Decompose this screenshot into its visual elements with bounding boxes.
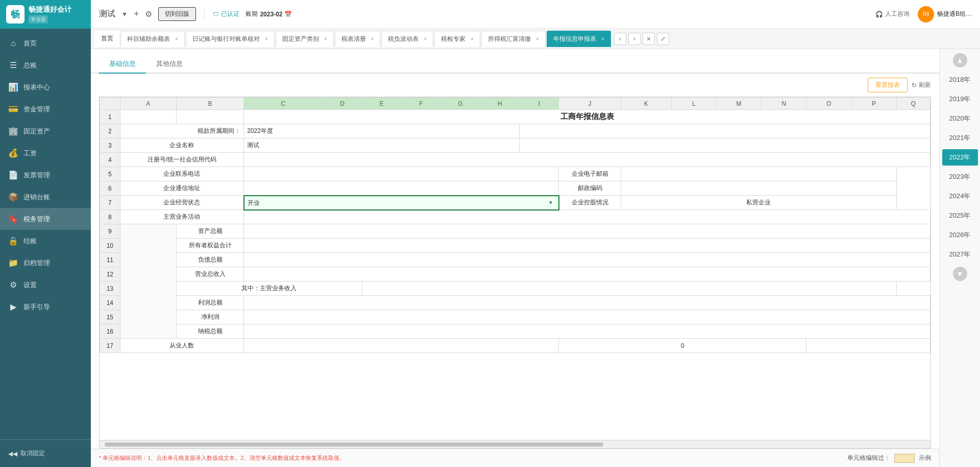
switch-version-button[interactable]: 切到旧版	[158, 7, 196, 21]
user-menu[interactable]: Rit 畅捷通B组…	[918, 6, 972, 22]
col-header-e[interactable]: E	[362, 98, 401, 110]
cell-postal-label[interactable]: 邮政编码	[559, 181, 621, 196]
sidebar-item-report[interactable]: 📊 报表中心	[0, 76, 91, 98]
tab-tax-return[interactable]: 税表清册 ×	[335, 31, 381, 47]
year-item-2022[interactable]: 2022年	[942, 149, 978, 166]
cell-company-value[interactable]: 测试	[244, 138, 520, 153]
cell-main-biz-label[interactable]: 主营业务活动	[120, 210, 243, 224]
tab-close-fixed-asset-type[interactable]: ×	[324, 36, 327, 42]
tab-tax-expert[interactable]: 税检专家 ×	[434, 31, 480, 47]
col-header-k[interactable]: K	[621, 98, 671, 110]
sidebar-item-purchase-sale[interactable]: 📦 进销台账	[0, 186, 91, 208]
tab-close-all-button[interactable]: ×	[643, 33, 655, 45]
year-item-2018[interactable]: 2018年	[942, 72, 978, 88]
col-header-l[interactable]: L	[671, 98, 716, 110]
sidebar-item-closing[interactable]: 🔒 结账	[0, 230, 91, 252]
sidebar-item-tax[interactable]: 🔖 税务管理	[0, 208, 91, 230]
cell-net-profit-label[interactable]: 净利润	[176, 310, 243, 324]
cell-profit-label[interactable]: 利润总额	[176, 296, 243, 310]
help-button[interactable]: 🎧 人工咨询	[875, 10, 910, 18]
tab-next-button[interactable]: ›	[628, 33, 641, 45]
cell-email-label[interactable]: 企业电子邮箱	[559, 167, 621, 181]
year-item-2027[interactable]: 2027年	[942, 246, 978, 263]
cell-period-label[interactable]: 税款所属期间：	[120, 124, 243, 138]
sidebar-item-fixed-assets[interactable]: 🏢 固定资产	[0, 120, 91, 142]
sidebar-item-ledger[interactable]: ☰ 总账	[0, 54, 91, 76]
col-header-d[interactable]: D	[323, 98, 362, 110]
cell-ownership-value[interactable]: 私营企业	[621, 196, 896, 210]
tab-tax-fluctuation[interactable]: 税负波动表 ×	[381, 31, 433, 47]
cell-status-label[interactable]: 企业经营状态	[120, 196, 243, 210]
cell-address-value[interactable]	[244, 181, 559, 196]
tab-expand-button[interactable]: ⤢	[657, 33, 669, 45]
cell-employees-value[interactable]	[244, 339, 559, 353]
cancel-fixed-button[interactable]: ◀◀ 取消固定	[0, 444, 91, 463]
tab-annual-report[interactable]: 年报信息申报表 ×	[547, 31, 611, 47]
col-header-n[interactable]: N	[762, 98, 806, 110]
cell-main-revenue-value[interactable]	[362, 282, 896, 296]
cell-period-value[interactable]: 2022年度	[244, 124, 520, 138]
cell-b1[interactable]	[176, 110, 243, 124]
col-header-f[interactable]: F	[401, 98, 440, 110]
cell-revenue-label[interactable]: 营业总收入	[176, 267, 243, 282]
cell-reg-value[interactable]	[244, 153, 930, 167]
col-header-p[interactable]: P	[851, 98, 896, 110]
year-item-2025[interactable]: 2025年	[942, 207, 978, 224]
tab-close-tax-return[interactable]: ×	[371, 36, 374, 42]
tab-close-journal[interactable]: ×	[265, 36, 268, 42]
cell-reg-label[interactable]: 注册号/统一社会信用代码	[120, 153, 243, 167]
col-header-a[interactable]: A	[120, 98, 176, 110]
reset-report-button[interactable]: 重置报表	[868, 78, 908, 92]
refresh-button[interactable]: ↻ 刷新	[912, 78, 931, 92]
cell-address-label[interactable]: 企业通信地址	[120, 181, 243, 196]
tab-close-annual-report[interactable]: ×	[601, 36, 604, 42]
tab-journal[interactable]: 日记账与银行对账单核对 ×	[186, 31, 275, 47]
add-button[interactable]: +	[134, 9, 139, 19]
col-header-g[interactable]: G	[440, 98, 480, 110]
cell-assets-group[interactable]	[120, 224, 176, 339]
cell-phone-value[interactable]	[244, 167, 559, 181]
tab-close-income-tax[interactable]: ×	[536, 36, 539, 42]
cell-employees-label[interactable]: 从业人数	[120, 339, 243, 353]
year-item-2021[interactable]: 2021年	[942, 130, 978, 146]
cell-a1[interactable]	[120, 110, 176, 124]
cell-employees-number[interactable]: 0	[559, 339, 806, 353]
year-item-2024[interactable]: 2024年	[942, 188, 978, 204]
cell-net-profit-value[interactable]	[244, 310, 930, 324]
sidebar-item-capital[interactable]: 💳 资金管理	[0, 98, 91, 120]
spreadsheet[interactable]: A B C D E F G H I J	[99, 97, 931, 440]
cell-tax-value[interactable]	[244, 324, 930, 339]
cell-main-biz-value[interactable]	[244, 210, 930, 224]
sub-tab-basic[interactable]: 基础信息	[99, 55, 146, 74]
sidebar-item-newbie[interactable]: ▶ 新手引导	[0, 296, 91, 318]
cell-employees-empty[interactable]	[806, 339, 930, 353]
cell-total-assets-label[interactable]: 资产总额	[176, 224, 243, 239]
year-item-2026[interactable]: 2026年	[942, 227, 978, 243]
tab-close-tax-fluctuation[interactable]: ×	[424, 36, 427, 42]
col-header-q[interactable]: Q	[896, 98, 930, 110]
sidebar-item-invoice[interactable]: 📄 发票管理	[0, 164, 91, 186]
col-header-c[interactable]: C	[244, 98, 323, 110]
cell-phone-label[interactable]: 企业联系电话	[120, 167, 243, 181]
dropdown-icon[interactable]: ▼	[121, 11, 128, 18]
col-header-i[interactable]: I	[520, 98, 559, 110]
cell-equity-value[interactable]	[244, 239, 930, 253]
tab-subsidiary[interactable]: 科目辅助余额表 ×	[120, 31, 185, 47]
cell-tax-label[interactable]: 纳税总额	[176, 324, 243, 339]
col-header-m[interactable]: M	[717, 98, 762, 110]
tab-close-tax-expert[interactable]: ×	[471, 36, 474, 42]
cell-postal-value[interactable]	[621, 181, 896, 196]
sub-tab-other[interactable]: 其他信息	[146, 55, 193, 74]
h-scrollbar[interactable]	[99, 440, 931, 449]
year-up-button[interactable]: ▲	[953, 53, 967, 67]
cell-profit-value[interactable]	[244, 296, 930, 310]
calendar-icon[interactable]: 📅	[284, 11, 292, 18]
col-header-j[interactable]: J	[559, 98, 621, 110]
tab-home[interactable]: 首页	[95, 31, 119, 47]
tab-income-tax[interactable]: 所得税汇算清缴 ×	[481, 31, 546, 47]
year-item-2023[interactable]: 2023年	[942, 169, 978, 185]
col-header-b[interactable]: B	[176, 98, 243, 110]
year-item-2019[interactable]: 2019年	[942, 91, 978, 107]
cell-revenue-value[interactable]	[244, 267, 930, 282]
sidebar-item-salary[interactable]: 💰 工资	[0, 142, 91, 164]
